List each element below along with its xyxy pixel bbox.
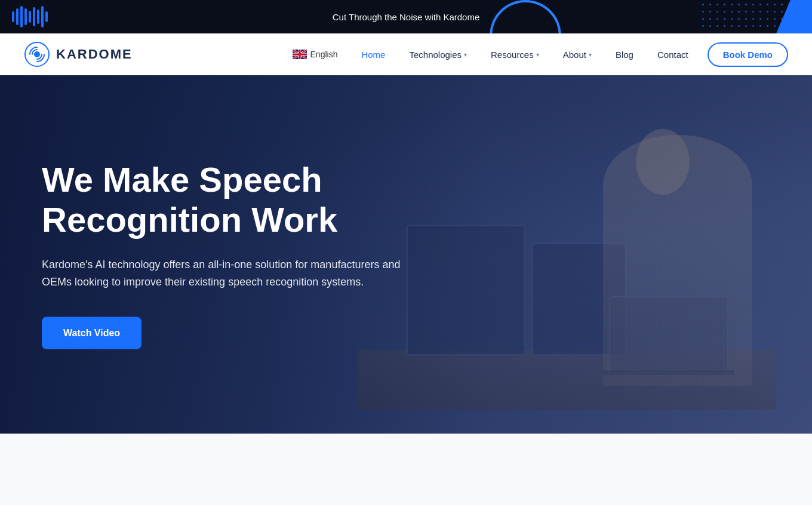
logo-icon	[24, 41, 50, 67]
logo-text: KARDOME	[56, 47, 133, 62]
chevron-down-icon: ▾	[464, 51, 467, 58]
book-demo-button[interactable]: Book Demo	[708, 42, 788, 67]
announcement-bar: Cut Through the Noise with Kardome // In…	[0, 0, 812, 33]
nav-item-contact[interactable]: Contact	[648, 45, 698, 64]
chevron-down-icon: ▾	[589, 51, 592, 58]
watch-video-button[interactable]: Watch Video	[42, 317, 142, 349]
logo[interactable]: KARDOME	[24, 41, 133, 67]
flag-icon	[293, 50, 307, 59]
lang-label: English	[310, 50, 338, 59]
nav-item-home[interactable]: Home	[352, 45, 395, 64]
audio-wave-icon	[12, 6, 48, 27]
below-fold-section	[0, 434, 812, 505]
nav-item-technologies[interactable]: Technologies ▾	[399, 45, 476, 64]
hero-title: We Make Speech Recognition Work	[42, 160, 460, 239]
chevron-down-icon: ▾	[536, 51, 539, 58]
hero-content: We Make Speech Recognition Work Kardome'…	[42, 160, 460, 349]
svg-point-1	[34, 51, 40, 57]
nav-item-about[interactable]: About ▾	[553, 45, 601, 64]
nav-links: English Home Technologies ▾ Resources ▾ …	[293, 42, 788, 67]
nav-item-resources[interactable]: Resources ▾	[481, 45, 549, 64]
hero-section: We Make Speech Recognition Work Kardome'…	[0, 75, 812, 434]
announcement-text: Cut Through the Noise with Kardome	[333, 12, 480, 22]
navbar: KARDOME English Home Technologies ▾ Reso…	[0, 33, 812, 75]
nav-item-blog[interactable]: Blog	[606, 45, 643, 64]
language-selector[interactable]: English	[293, 50, 338, 59]
hero-subtitle: Kardome's AI technology offers an all-in…	[42, 256, 412, 291]
